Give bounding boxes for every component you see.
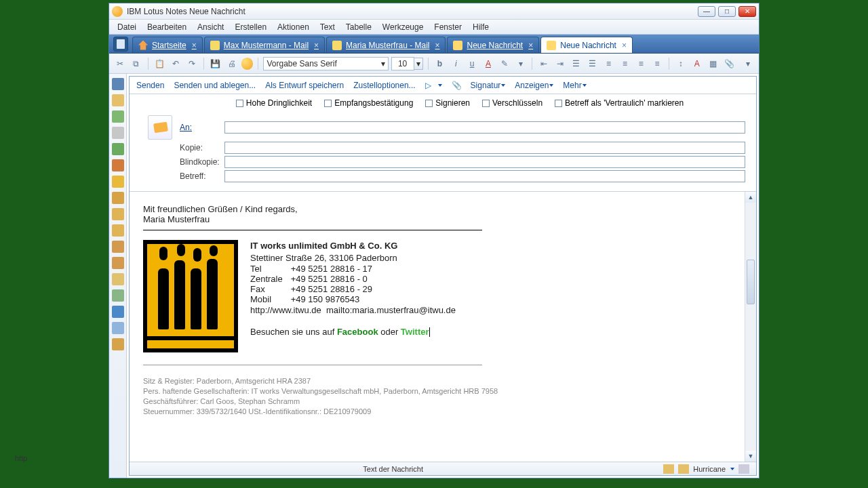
sidebar-item-icon[interactable] <box>112 273 124 285</box>
bcc-input[interactable] <box>224 156 745 168</box>
sidebar-home-icon[interactable] <box>112 338 124 350</box>
indent-button[interactable]: ⇥ <box>553 57 567 70</box>
status-icon[interactable] <box>678 464 689 474</box>
outdent-button[interactable]: ⇤ <box>537 57 551 70</box>
attachment-button[interactable]: 📎 <box>722 57 736 70</box>
sidebar-item-icon[interactable] <box>112 306 124 318</box>
sidebar-item-icon[interactable] <box>112 208 124 220</box>
menu-fenster[interactable]: Fenster <box>430 21 466 33</box>
send-and-file-button[interactable]: Senden und ablegen... <box>174 81 256 90</box>
show-dropdown[interactable]: Anzeigen <box>515 81 553 90</box>
minimize-button[interactable]: — <box>698 6 715 17</box>
toolbar-overflow[interactable]: ▾ <box>741 57 755 70</box>
bullet-list-button[interactable]: ☰ <box>570 57 583 70</box>
status-icon[interactable] <box>663 464 674 474</box>
sidebar-search-icon[interactable] <box>112 78 124 90</box>
status-location[interactable]: Hurricane <box>693 465 726 473</box>
highlight-button[interactable]: ✎ <box>498 57 511 70</box>
sidebar-calendar-icon[interactable] <box>112 110 124 123</box>
sidebar-help-icon[interactable] <box>112 322 124 334</box>
align-left-button[interactable]: ≡ <box>602 57 616 70</box>
open-tab-button[interactable] <box>113 37 128 52</box>
scroll-thumb[interactable] <box>747 260 755 304</box>
maximize-button[interactable]: □ <box>718 6 736 17</box>
flag-icon[interactable]: ▷ <box>425 81 435 90</box>
sidebar-item-icon[interactable] <box>112 176 124 188</box>
clear-format-button[interactable]: A <box>690 57 704 70</box>
confidential-checkbox[interactable]: Betreff als 'Vertraulich' markieren <box>555 98 684 108</box>
sign-checkbox[interactable]: Signieren <box>425 98 470 108</box>
bold-button[interactable]: b <box>433 57 447 70</box>
redo-button[interactable]: ↷ <box>185 57 199 70</box>
sidebar-item-icon[interactable] <box>112 224 124 237</box>
vertical-scrollbar[interactable]: ▲ ▼ <box>745 192 756 462</box>
tab-maria-mail[interactable]: Maria Musterfrau - Mail× <box>326 37 446 53</box>
menu-werkzeuge[interactable]: Werkzeuge <box>378 21 427 33</box>
sidebar-item-icon[interactable] <box>112 241 124 253</box>
sidebar-item-icon[interactable] <box>112 289 124 302</box>
message-body[interactable]: Mit freundlichen Grüßen / Kind regards, … <box>130 192 745 462</box>
menu-erstellen[interactable]: Erstellen <box>231 21 271 33</box>
scroll-up-arrow[interactable]: ▲ <box>745 192 756 203</box>
save-draft-button[interactable]: Als Entwurf speichern <box>265 81 344 90</box>
print-button[interactable]: 🖨 <box>225 57 239 70</box>
cc-input[interactable] <box>224 142 745 154</box>
delivery-options-button[interactable]: Zustelloptionen... <box>353 81 415 90</box>
sidebar-notes-icon[interactable] <box>112 127 124 139</box>
to-label[interactable]: An: <box>180 123 224 132</box>
tab-close-icon[interactable]: × <box>314 41 319 50</box>
sidebar-todo-icon[interactable] <box>112 143 124 155</box>
high-priority-checkbox[interactable]: Hohe Dringlichkeit <box>236 98 312 108</box>
align-justify-button[interactable]: ≡ <box>650 57 664 70</box>
receipt-checkbox[interactable]: Empfangsbestätigung <box>324 98 413 108</box>
subject-input[interactable] <box>224 170 745 182</box>
twitter-link[interactable]: Twitter <box>401 327 429 337</box>
signature-dropdown[interactable]: Signatur <box>471 81 506 90</box>
undo-button[interactable]: ↶ <box>169 57 182 70</box>
encrypt-checkbox[interactable]: Verschlüsseln <box>482 98 542 108</box>
more-dropdown[interactable]: Mehr <box>563 81 586 90</box>
align-right-button[interactable]: ≡ <box>634 57 648 70</box>
clip-icon[interactable]: 📎 <box>452 81 461 90</box>
sidebar-mail-icon[interactable] <box>112 94 124 106</box>
insert-table-button[interactable]: ▦ <box>707 57 720 70</box>
copy-button[interactable]: ⧉ <box>130 57 143 70</box>
tab-close-icon[interactable]: × <box>622 41 627 50</box>
facebook-link[interactable]: Facebook <box>337 327 378 337</box>
menu-ansicht[interactable]: Ansicht <box>193 21 228 33</box>
to-input[interactable] <box>224 121 745 134</box>
save-button[interactable]: 💾 <box>209 57 222 70</box>
menu-hilfe[interactable]: Hilfe <box>469 21 493 33</box>
sidebar-item-icon[interactable] <box>112 257 124 269</box>
font-select[interactable]: Vorgabe Sans Serif▾ <box>263 57 388 70</box>
menu-tabelle[interactable]: Tabelle <box>342 21 376 33</box>
scroll-down-arrow[interactable]: ▼ <box>745 451 756 462</box>
menu-datei[interactable]: Datei <box>113 21 140 33</box>
tab-max-mail[interactable]: Max Mustermann - Mail× <box>204 37 325 53</box>
tab-close-icon[interactable]: × <box>528 41 533 50</box>
sidebar-item-icon[interactable] <box>112 192 124 204</box>
font-size-select[interactable]: 10 <box>391 57 414 70</box>
menu-bearbeiten[interactable]: Bearbeiten <box>143 21 191 33</box>
italic-button[interactable]: i <box>449 57 462 70</box>
paste-button[interactable]: 📋 <box>153 57 167 70</box>
tab-startseite[interactable]: Startseite× <box>132 37 203 53</box>
menu-text[interactable]: Text <box>316 21 339 33</box>
sidebar-contacts-icon[interactable] <box>112 159 124 171</box>
tab-neue-nachricht-2[interactable]: Neue Nachricht× <box>540 37 633 53</box>
menu-aktionen[interactable]: Aktionen <box>273 21 313 33</box>
font-color-button[interactable]: A <box>481 57 495 70</box>
align-center-button[interactable]: ≡ <box>618 57 632 70</box>
tab-close-icon[interactable]: × <box>435 41 439 50</box>
send-button[interactable]: Senden <box>136 81 164 90</box>
refresh-icon[interactable] <box>241 58 254 70</box>
line-spacing-button[interactable]: ↕ <box>674 57 688 70</box>
tab-close-icon[interactable]: × <box>192 41 197 50</box>
underline-button[interactable]: u <box>465 57 479 70</box>
number-list-button[interactable]: ☰ <box>586 57 599 70</box>
tab-neue-nachricht-1[interactable]: Neue Nachricht× <box>447 37 539 53</box>
cut-button[interactable]: ✂ <box>113 57 127 70</box>
close-button[interactable]: ✕ <box>738 6 756 17</box>
font-size-dropdown[interactable]: ▾ <box>414 58 423 70</box>
status-icon[interactable] <box>738 464 749 474</box>
